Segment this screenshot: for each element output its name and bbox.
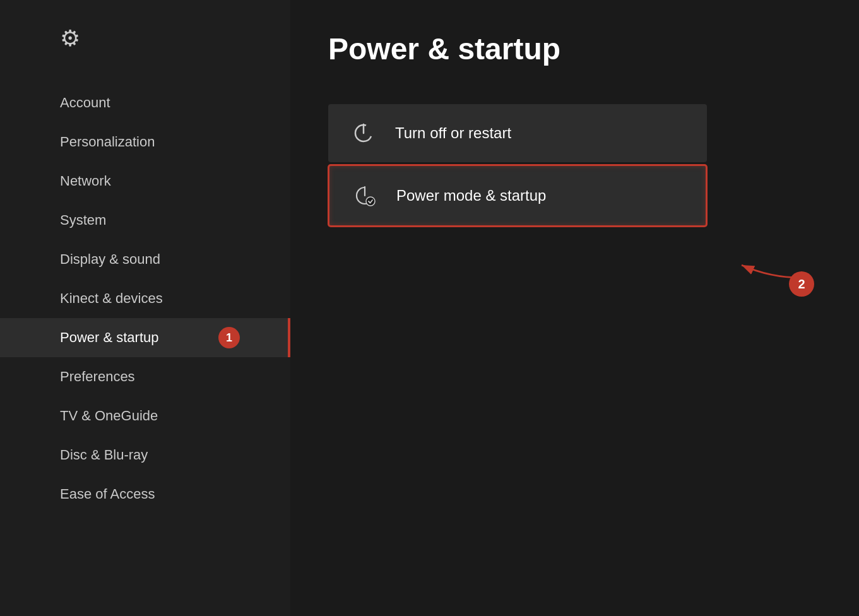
page-title: Power & startup: [328, 32, 821, 66]
sidebar-item-kinect-devices[interactable]: Kinect & devices: [0, 279, 290, 318]
turn-off-restart-label: Turn off or restart: [395, 124, 511, 142]
sidebar-item-display-sound[interactable]: Display & sound: [0, 240, 290, 279]
sidebar-item-account[interactable]: Account: [0, 83, 290, 122]
annotation-2-group: 2: [732, 246, 808, 287]
svg-point-4: [366, 197, 375, 206]
settings-gear-icon[interactable]: ⚙: [0, 25, 290, 83]
annotation-badge-2: 2: [789, 271, 814, 297]
power-mode-startup-label: Power mode & startup: [396, 187, 546, 204]
sidebar-item-tv-oneguide[interactable]: TV & OneGuide: [0, 396, 290, 435]
power-off-icon: [351, 122, 376, 145]
sidebar-item-personalization[interactable]: Personalization: [0, 122, 290, 162]
power-mode-startup-card[interactable]: Power mode & startup: [328, 165, 707, 227]
sidebar-item-preferences[interactable]: Preferences: [0, 357, 290, 396]
sidebar-nav: Account Personalization Network System D…: [0, 83, 290, 514]
sidebar-item-system[interactable]: System: [0, 201, 290, 240]
sidebar: ⚙ Account Personalization Network System…: [0, 0, 290, 616]
main-content: Power & startup Turn off or restart: [290, 0, 859, 616]
sidebar-item-network[interactable]: Network: [0, 162, 290, 201]
sidebar-item-disc-bluray[interactable]: Disc & Blu-ray: [0, 435, 290, 475]
settings-cards: Turn off or restart Power mode & startup: [328, 104, 707, 227]
power-mode-icon: [352, 184, 377, 208]
annotation-badge-1: 1: [218, 327, 240, 348]
sidebar-item-power-startup[interactable]: Power & startup 1: [0, 318, 290, 357]
sidebar-item-ease-of-access[interactable]: Ease of Access: [0, 475, 290, 514]
turn-off-restart-card[interactable]: Turn off or restart: [328, 104, 707, 162]
